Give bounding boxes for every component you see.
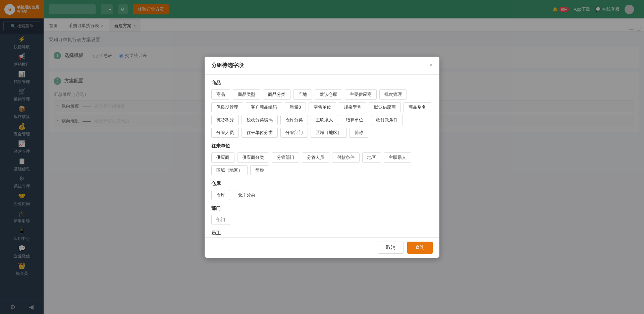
section-partner: 往来单位 供应商 供应商分类 分管部门 分管人员 付款条件 地区 主联系人 区域…: [211, 143, 433, 175]
field-tag-pick-points[interactable]: 拣货积分: [211, 115, 239, 125]
modal-overlay: 分组待选字段 × 商品 商品 商品类型 商品分类 产地 默认仓库 主要供应商 批…: [0, 0, 644, 314]
field-tag-default-supplier[interactable]: 默认供应商: [369, 102, 401, 112]
field-tag-dept[interactable]: 部门: [211, 215, 230, 225]
field-tag-short-name[interactable]: 简称: [350, 128, 368, 138]
modal-header: 分组待选字段 ×: [205, 57, 439, 75]
field-tag-main-supplier[interactable]: 主要供应商: [345, 89, 377, 100]
field-tag-partner-contact[interactable]: 主联系人: [384, 152, 411, 163]
section-dept: 部门 部门: [211, 205, 433, 225]
field-tag-settlement-unit[interactable]: 结算单位: [341, 115, 368, 125]
modal-title: 分组待选字段: [211, 62, 244, 69]
section-warehouse: 仓库 仓库 仓库分类: [211, 181, 433, 200]
modal-body[interactable]: 商品 商品 商品类型 商品分类 产地 默认仓库 主要供应商 批次管理 保质期管理…: [205, 75, 439, 237]
section-warehouse-title: 仓库: [211, 181, 433, 187]
field-tag-tax-code[interactable]: 税收分类编码: [241, 115, 278, 125]
field-tag-goods-category[interactable]: 商品分类: [263, 89, 290, 100]
field-tag-partner-dept[interactable]: 分管部门: [272, 152, 299, 163]
field-tag-shelf-life[interactable]: 保质期管理: [211, 102, 243, 112]
section-dept-tags: 部门: [211, 215, 433, 225]
field-tag-counterpart-category[interactable]: 往来单位分类: [241, 128, 278, 138]
field-tag-retail-unit[interactable]: 零售单位: [309, 102, 336, 112]
field-tag-main-contact[interactable]: 主联系人: [311, 115, 338, 125]
field-tag-partner-region[interactable]: 地区: [362, 152, 381, 163]
field-tag-batch-mgmt[interactable]: 批次管理: [379, 89, 407, 100]
field-tag-dept-managed[interactable]: 分管部门: [280, 128, 308, 138]
field-tag-warehouse-category[interactable]: 仓库分类: [280, 115, 308, 125]
section-employee: 员工 业务员: [211, 230, 433, 237]
field-tag-payment-terms[interactable]: 收付款条件: [371, 115, 403, 125]
field-selection-modal: 分组待选字段 × 商品 商品 商品类型 商品分类 产地 默认仓库 主要供应商 批…: [205, 57, 439, 258]
cancel-button[interactable]: 取消: [378, 242, 404, 254]
section-partner-title: 往来单位: [211, 143, 433, 149]
field-tag-partner-manager[interactable]: 分管人员: [302, 152, 329, 163]
confirm-button[interactable]: 查询: [407, 242, 433, 254]
section-warehouse-tags: 仓库 仓库分类: [211, 190, 433, 200]
section-goods-title: 商品: [211, 80, 433, 86]
field-tag-warehouse[interactable]: 仓库: [211, 190, 230, 200]
field-tag-manager[interactable]: 分管人员: [211, 128, 239, 138]
section-partner-tags: 供应商 供应商分类 分管部门 分管人员 付款条件 地区 主联系人 区域（地区） …: [211, 152, 433, 175]
field-tag-default-warehouse[interactable]: 默认仓库: [315, 89, 342, 100]
field-tag-goods[interactable]: 商品: [211, 89, 230, 100]
field-tag-origin[interactable]: 产地: [293, 89, 312, 100]
field-tag-spec-model[interactable]: 规格型号: [339, 102, 366, 112]
modal-close-button[interactable]: ×: [429, 62, 433, 68]
field-tag-partner-payment[interactable]: 付款条件: [332, 152, 360, 163]
field-tag-goods-type[interactable]: 商品类型: [233, 89, 260, 100]
field-tag-weight[interactable]: 重量3: [285, 102, 306, 112]
section-employee-title: 员工: [211, 230, 433, 236]
field-tag-region[interactable]: 区域（地区）: [311, 128, 347, 138]
field-tag-supplier[interactable]: 供应商: [211, 152, 234, 163]
section-goods: 商品 商品 商品类型 商品分类 产地 默认仓库 主要供应商 批次管理 保质期管理…: [211, 80, 433, 138]
field-tag-partner-area[interactable]: 区域（地区）: [211, 165, 248, 175]
section-dept-title: 部门: [211, 205, 433, 211]
field-tag-warehouse-cat[interactable]: 仓库分类: [233, 190, 260, 200]
field-tag-supplier-category[interactable]: 供应商分类: [237, 152, 269, 163]
section-goods-tags: 商品 商品类型 商品分类 产地 默认仓库 主要供应商 批次管理 保质期管理 客户…: [211, 89, 433, 138]
field-tag-goods-alias[interactable]: 商品别名: [404, 102, 431, 112]
field-tag-partner-short[interactable]: 简称: [250, 165, 269, 175]
field-tag-customer-code[interactable]: 客户商品编码: [246, 102, 282, 112]
modal-footer: 取消 查询: [205, 237, 439, 258]
